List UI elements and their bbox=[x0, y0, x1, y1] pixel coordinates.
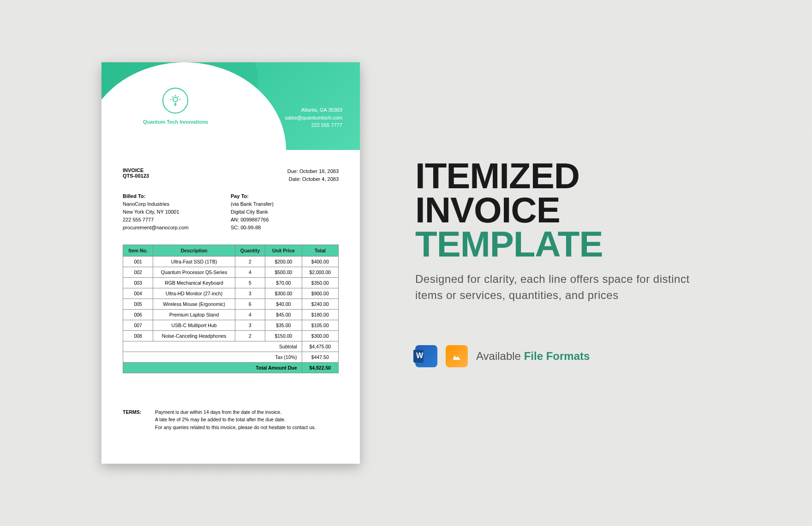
word-icon bbox=[415, 345, 437, 367]
formats-accent: File Formats bbox=[524, 350, 590, 362]
parties-block: Billed To: NanoCorp Industries New York … bbox=[123, 192, 339, 232]
file-formats: Available File Formats bbox=[415, 345, 710, 367]
cell: $2,000.00 bbox=[302, 267, 338, 278]
cell: $350.00 bbox=[302, 278, 338, 288]
cell: $200.00 bbox=[265, 257, 302, 267]
table-header-row: Item No. Description Quantity Unit Price… bbox=[123, 245, 339, 257]
billed-line: 222 555 7777 bbox=[123, 216, 231, 224]
subtotal-row: Subtotal $4,475.00 bbox=[123, 341, 339, 352]
cell: $70.00 bbox=[265, 278, 302, 288]
cell: $400.00 bbox=[302, 257, 338, 267]
billed-line: New York City, NY 10001 bbox=[123, 208, 231, 216]
cell: 3 bbox=[235, 288, 265, 299]
tax-row: Tax (10%) $447.50 bbox=[123, 352, 339, 363]
cell: USB-C Multiport Hub bbox=[153, 320, 235, 331]
payto-line: Digital City Bank bbox=[231, 208, 339, 216]
items-table-wrap: Item No. Description Quantity Unit Price… bbox=[123, 245, 339, 373]
cell: $300.00 bbox=[265, 288, 302, 299]
cell: RGB Mechanical Keyboard bbox=[153, 278, 235, 288]
cell: $900.00 bbox=[302, 288, 338, 299]
subtotal-value: $4,475.00 bbox=[302, 341, 338, 352]
company-address: Atlanta, GA 30303 bbox=[285, 106, 342, 114]
col-total: Total bbox=[302, 245, 338, 257]
cell: 006 bbox=[123, 310, 153, 320]
cell: 002 bbox=[123, 267, 153, 278]
promo-panel: ITEMIZED INVOICE TEMPLATE Designed for c… bbox=[415, 159, 710, 367]
cell: $300.00 bbox=[302, 331, 338, 341]
cell: $500.00 bbox=[265, 267, 302, 278]
cell: $240.00 bbox=[302, 299, 338, 310]
table-row: 004Ultra-HD Monitor (27-inch)3$300.00$90… bbox=[123, 288, 339, 299]
invoice-due: Due: October 18, 2083 bbox=[287, 167, 339, 175]
promo-title: ITEMIZED INVOICE TEMPLATE bbox=[415, 159, 710, 261]
tax-value: $447.50 bbox=[302, 352, 338, 363]
formats-text: Available File Formats bbox=[476, 350, 590, 363]
cell: 3 bbox=[235, 320, 265, 331]
col-description: Description bbox=[153, 245, 235, 257]
tax-label: Tax (10%) bbox=[123, 352, 302, 363]
invoice-meta: INVOICE QTS-00123 Due: October 18, 2083 … bbox=[123, 167, 339, 183]
cell: 007 bbox=[123, 320, 153, 331]
company-phone: 222 555 7777 bbox=[285, 121, 342, 129]
payto-line: AN: 0099887766 bbox=[231, 216, 339, 224]
company-email: sales@quantumtech.com bbox=[285, 114, 342, 122]
billed-heading: Billed To: bbox=[123, 192, 231, 200]
billed-line: NanoCorp Industries bbox=[123, 200, 231, 208]
cell: Noise-Canceling Headphones bbox=[153, 331, 235, 341]
cell: 003 bbox=[123, 278, 153, 288]
table-row: 006Premium Laptop Stand4$45.00$180.00 bbox=[123, 310, 339, 320]
cell: Quantum Processor Q5-Series bbox=[153, 267, 235, 278]
col-unitprice: Unit Price bbox=[265, 245, 302, 257]
total-label: Total Amount Due bbox=[123, 363, 302, 373]
billed-to: Billed To: NanoCorp Industries New York … bbox=[123, 192, 231, 232]
terms-line: For any queries related to this invoice,… bbox=[155, 424, 316, 431]
cell: 5 bbox=[235, 278, 265, 288]
cell: Wireless Mouse (Ergonomic) bbox=[153, 299, 235, 310]
cell: $105.00 bbox=[302, 320, 338, 331]
cell: Premium Laptop Stand bbox=[153, 310, 235, 320]
cell: $150.00 bbox=[265, 331, 302, 341]
cell: Ultra-Fast SSD (1TB) bbox=[153, 257, 235, 267]
table-row: 002Quantum Processor Q5-Series4$500.00$2… bbox=[123, 267, 339, 278]
cell: 2 bbox=[235, 331, 265, 341]
terms-line: A late fee of 2% may be added to the tot… bbox=[155, 416, 316, 423]
logo-block: Quantum Tech Innovations bbox=[143, 88, 208, 125]
cell: 008 bbox=[123, 331, 153, 341]
cell: 4 bbox=[235, 267, 265, 278]
payto-line: SC: 00-99-88 bbox=[231, 224, 339, 232]
terms-heading: TERMS: bbox=[123, 408, 155, 431]
promo-description: Designed for clarity, each line offers s… bbox=[415, 271, 710, 304]
table-row: 007USB-C Multiport Hub3$35.00$105.00 bbox=[123, 320, 339, 331]
svg-point-0 bbox=[173, 97, 178, 102]
col-quantity: Quantity bbox=[235, 245, 265, 257]
company-name: Quantum Tech Innovations bbox=[143, 119, 208, 125]
cell: 4 bbox=[235, 310, 265, 320]
cell: $45.00 bbox=[265, 310, 302, 320]
cell: $35.00 bbox=[265, 320, 302, 331]
pages-icon bbox=[446, 345, 468, 367]
items-table: Item No. Description Quantity Unit Price… bbox=[123, 245, 339, 373]
cell: $180.00 bbox=[302, 310, 338, 320]
payto-line: (via Bank Transfer) bbox=[231, 200, 339, 208]
pay-to: Pay To: (via Bank Transfer) Digital City… bbox=[231, 192, 339, 232]
cell: 005 bbox=[123, 299, 153, 310]
col-itemno: Item No. bbox=[123, 245, 153, 257]
cell: 004 bbox=[123, 288, 153, 299]
invoice-document: Quantum Tech Innovations Atlanta, GA 303… bbox=[102, 62, 360, 464]
title-line: INVOICE bbox=[415, 193, 710, 227]
formats-prefix: Available bbox=[476, 350, 524, 362]
cell: $40.00 bbox=[265, 299, 302, 310]
invoice-label: INVOICE bbox=[123, 167, 149, 173]
billed-line: procurement@nanocorp.com bbox=[123, 224, 231, 232]
table-row: 008Noise-Canceling Headphones2$150.00$30… bbox=[123, 331, 339, 341]
cell: 6 bbox=[235, 299, 265, 310]
table-row: 005Wireless Mouse (Ergonomic)6$40.00$240… bbox=[123, 299, 339, 310]
payto-heading: Pay To: bbox=[231, 192, 339, 200]
company-contact: Atlanta, GA 30303 sales@quantumtech.com … bbox=[285, 106, 342, 129]
terms-line: Payment is due within 14 days from the d… bbox=[155, 408, 316, 416]
total-row: Total Amount Due $4,922.50 bbox=[123, 363, 339, 373]
terms-block: TERMS: Payment is due within 14 days fro… bbox=[123, 408, 339, 431]
title-line-accent: TEMPLATE bbox=[415, 227, 710, 261]
cell: 001 bbox=[123, 257, 153, 267]
title-line: ITEMIZED bbox=[415, 159, 710, 193]
